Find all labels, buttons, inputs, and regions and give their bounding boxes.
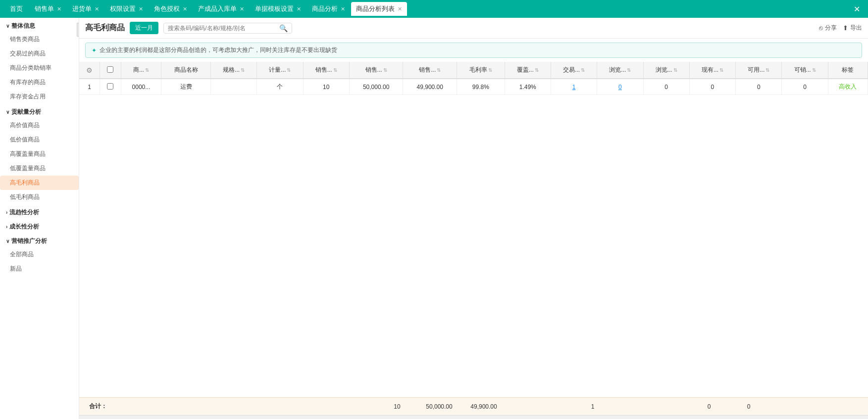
col-header-sales_qty[interactable]: 销售...⇅ — [303, 62, 349, 79]
sidebar-group-title[interactable]: ∨整体信息 — [0, 18, 79, 32]
col-header-spec[interactable]: 规格...⇅ — [210, 62, 256, 79]
col-label-text: 覆盖... — [517, 66, 534, 74]
nav-tab-单据模板设置[interactable]: 单据模板设置✕ — [250, 2, 306, 16]
col-header-coverage[interactable]: 覆盖...⇅ — [505, 62, 551, 79]
nav-tab-close[interactable]: ✕ — [139, 6, 143, 12]
footer-cell — [254, 403, 313, 410]
col-header-tag[interactable]: 标签 — [828, 62, 868, 79]
sidebar-item[interactable]: 低毛利商品 — [0, 190, 79, 204]
col-header-sales_cost[interactable]: 销售...⇅ — [403, 62, 457, 79]
sidebar-item[interactable]: 全部商品 — [0, 247, 79, 262]
sort-icon[interactable]: ⇅ — [333, 67, 337, 73]
nav-tab-close[interactable]: ✕ — [183, 6, 187, 12]
filter-recent-month-button[interactable]: 近一月 — [130, 22, 158, 34]
link-value[interactable]: 0 — [618, 84, 622, 91]
share-button[interactable]: ⎋ 分享 — [819, 24, 837, 32]
col-header-transactions[interactable]: 交易...⇅ — [551, 62, 597, 79]
sort-icon[interactable]: ⇅ — [437, 67, 441, 73]
col-header-code[interactable]: 商...⇅ — [121, 62, 161, 79]
sidebar-group: ›流趋性分析 — [0, 204, 79, 219]
sidebar-item[interactable]: 低价值商品 — [0, 133, 79, 147]
search-input[interactable] — [168, 25, 277, 32]
sort-icon[interactable]: ⇅ — [673, 67, 677, 73]
horizontal-scrollbar[interactable] — [79, 415, 868, 419]
sidebar-group-label: 流趋性分析 — [9, 208, 39, 217]
select-all-checkbox[interactable] — [107, 66, 113, 73]
nav-tab-产成品入库单[interactable]: 产成品入库单✕ — [193, 2, 249, 16]
sort-icon[interactable]: ⇅ — [241, 67, 245, 73]
nav-tab-权限设置[interactable]: 权限设置✕ — [105, 2, 148, 16]
sidebar-item[interactable]: 有库存的商品 — [0, 75, 79, 90]
nav-tab-label: 销售单 — [35, 4, 54, 13]
nav-tab-close[interactable]: ✕ — [95, 6, 99, 12]
sidebar-group-label: 成长性分析 — [9, 223, 39, 231]
nav-tab-label: 商品分析列表 — [356, 4, 395, 13]
link-value[interactable]: 1 — [572, 84, 576, 91]
sidebar-item[interactable]: 新品 — [0, 262, 79, 276]
sort-icon[interactable]: ⇅ — [535, 67, 539, 73]
sidebar-group-title[interactable]: ∨贡献量分析 — [0, 104, 79, 118]
col-header-name[interactable]: 商品名称 — [161, 62, 211, 79]
sidebar-item[interactable]: 库存资金占用 — [0, 90, 79, 104]
col-header-settings[interactable]: ⚙ — [79, 62, 100, 79]
footer-cell — [506, 403, 541, 410]
sort-icon[interactable]: ⇅ — [145, 67, 149, 73]
sidebar-item[interactable]: 低覆盖量商品 — [0, 161, 79, 176]
sort-icon[interactable]: ⇅ — [287, 67, 291, 73]
sidebar-item[interactable]: 商品分类助销率 — [0, 61, 79, 75]
row-checkbox[interactable] — [107, 83, 113, 90]
sort-icon[interactable]: ⇅ — [766, 67, 769, 73]
nav-tab-角色授权[interactable]: 角色授权✕ — [149, 2, 192, 16]
cell-views2: 0 — [643, 79, 689, 95]
cell-checkbox[interactable] — [100, 79, 121, 95]
col-header-unit[interactable]: 计量...⇅ — [257, 62, 303, 79]
col-header-sellable[interactable]: 可销...⇅ — [782, 62, 828, 79]
search-icon[interactable]: 🔍 — [279, 24, 288, 32]
cell-current_stock: 0 — [689, 79, 735, 95]
sort-icon[interactable]: ⇅ — [627, 67, 631, 73]
col-header-current_stock[interactable]: 现有...⇅ — [689, 62, 735, 79]
sort-icon[interactable]: ⇅ — [581, 67, 585, 73]
sidebar-group-title[interactable]: ›流趋性分析 — [0, 204, 79, 219]
nav-home[interactable]: 首页 — [4, 4, 29, 13]
nav-tab-close[interactable]: ✕ — [57, 6, 61, 12]
nav-tab-close[interactable]: ✕ — [240, 6, 244, 12]
data-table: ⚙商...⇅商品名称规格...⇅计量...⇅销售...⇅销售...⇅销售...⇅… — [79, 62, 868, 95]
col-header-sales_amt[interactable]: 销售...⇅ — [349, 62, 403, 79]
sidebar-group: ›成长性分析 — [0, 219, 79, 233]
col-header-available[interactable]: 可用...⇅ — [736, 62, 782, 79]
sort-icon[interactable]: ⇅ — [488, 67, 492, 73]
nav-tab-close[interactable]: ✕ — [398, 6, 402, 12]
cell-views1[interactable]: 0 — [597, 79, 643, 95]
col-header-views2[interactable]: 浏览...⇅ — [643, 62, 689, 79]
settings-icon[interactable]: ⚙ — [86, 66, 93, 74]
sort-icon[interactable]: ⇅ — [812, 67, 816, 73]
col-header-views1[interactable]: 浏览...⇅ — [597, 62, 643, 79]
cell-tag: 高收入 — [828, 79, 868, 95]
nav-tab-进货单[interactable]: 进货单✕ — [67, 2, 104, 16]
nav-tab-商品分析列表[interactable]: 商品分析列表✕ — [351, 2, 407, 16]
window-close-button[interactable]: ✕ — [850, 4, 864, 14]
nav-tab-销售单[interactable]: 销售单✕ — [30, 2, 66, 16]
col-header-gross_margin[interactable]: 毛利率⇅ — [457, 62, 505, 79]
sidebar-item[interactable]: 销售类商品 — [0, 32, 79, 47]
sidebar-item[interactable]: 高覆盖量商品 — [0, 147, 79, 161]
col-label-text: 销售... — [419, 66, 436, 74]
nav-tab-close[interactable]: ✕ — [297, 6, 301, 12]
sidebar-item[interactable]: 高价值商品 — [0, 118, 79, 133]
sidebar-item[interactable]: 高毛利商品 — [0, 176, 79, 190]
sort-icon[interactable]: ⇅ — [719, 67, 723, 73]
nav-tab-close[interactable]: ✕ — [341, 6, 345, 12]
export-button[interactable]: ⬆ 导出 — [843, 24, 862, 32]
sidebar-collapse-button[interactable]: « — [77, 23, 79, 37]
cell-sales_qty: 10 — [303, 79, 349, 95]
cell-no: 1 — [79, 79, 100, 95]
col-header-checkbox[interactable] — [100, 62, 121, 79]
nav-tab-商品分析[interactable]: 商品分析✕ — [307, 2, 350, 16]
sidebar-group-title[interactable]: ›成长性分析 — [0, 219, 79, 233]
footer-cell — [219, 403, 254, 410]
sidebar-item[interactable]: 交易过的商品 — [0, 47, 79, 61]
sidebar-group-title[interactable]: ∨营销推广分析 — [0, 233, 79, 247]
sort-icon[interactable]: ⇅ — [383, 67, 387, 73]
cell-transactions[interactable]: 1 — [551, 79, 597, 95]
